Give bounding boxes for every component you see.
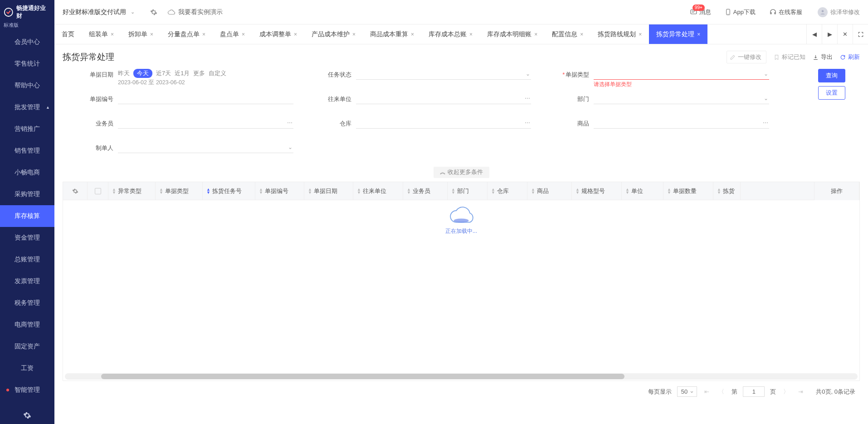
mark-known-button[interactable]: 标记已知 (774, 53, 805, 61)
date-chip[interactable]: 近1月 (175, 69, 190, 77)
tab[interactable]: 拣货路线规划× (590, 24, 649, 44)
column-header[interactable]: ▲▼仓库 (488, 182, 527, 200)
tab-close-icon[interactable]: × (469, 31, 473, 38)
tabs-scroll-right[interactable]: ▶ (822, 24, 837, 44)
tab-close-icon[interactable]: × (242, 31, 245, 38)
sidebar-item[interactable]: 智能管理 (0, 379, 54, 401)
date-chip[interactable]: 今天 (133, 69, 152, 78)
tab[interactable]: 库存成本总账× (421, 24, 480, 44)
settings-button[interactable]: 设置 (818, 86, 845, 100)
sidebar-item[interactable]: 资金管理 (0, 227, 54, 249)
tab[interactable]: 拆卸单× (121, 24, 161, 44)
column-header[interactable]: ▲▼异常类型 (108, 182, 156, 200)
sidebar-item[interactable]: 小畅电商 (0, 162, 54, 183)
column-header[interactable]: ▲▼单据类型 (156, 182, 203, 200)
page-first[interactable]: ⇤ (702, 388, 711, 395)
tab[interactable]: 首页 (54, 24, 82, 44)
refresh-button[interactable]: 刷新 (840, 53, 860, 61)
sidebar-item[interactable]: 销售管理 (0, 140, 54, 162)
warehouse-lookup[interactable]: ⋯ (356, 118, 532, 129)
column-header[interactable]: ▲▼部门 (448, 182, 488, 200)
task-status-select[interactable]: ⌄ (356, 69, 532, 80)
per-page-select[interactable]: 50 (677, 386, 697, 397)
column-header[interactable]: ▲▼业务员 (403, 182, 448, 200)
tabs-fullscreen[interactable] (853, 24, 868, 44)
column-header[interactable]: ▲▼单据数量 (663, 182, 713, 200)
tab-close-icon[interactable]: × (411, 31, 414, 38)
sidebar-item[interactable]: 零售统计 (0, 53, 54, 75)
tab-close-icon[interactable]: × (111, 31, 114, 38)
sidebar-item[interactable]: 经营管理 (0, 401, 54, 407)
tab-close-icon[interactable]: × (202, 31, 205, 38)
creator-select[interactable]: ⌄ (118, 142, 293, 153)
date-chip[interactable]: 昨天 (118, 69, 130, 77)
tabs-scroll-left[interactable]: ◀ (806, 24, 822, 44)
tab-close-icon[interactable]: × (580, 31, 583, 38)
date-chip[interactable]: 更多 (193, 69, 205, 77)
doc-type-select[interactable]: ⌄ (594, 69, 769, 80)
row-settings-col[interactable] (63, 182, 88, 200)
page-last[interactable]: ⇥ (796, 388, 805, 395)
tab[interactable]: 成本调整单× (252, 24, 304, 44)
header-gear-button[interactable] (146, 7, 161, 18)
bulk-edit-button[interactable]: 一键修改 (727, 51, 766, 63)
column-header[interactable]: ▲▼单据日期 (304, 182, 353, 200)
date-chip[interactable]: 近7天 (156, 69, 171, 77)
export-button[interactable]: 导出 (813, 53, 833, 61)
sidebar-item[interactable]: 帮助中心 (0, 75, 54, 96)
tab-close-icon[interactable]: × (534, 31, 537, 38)
page-next[interactable]: 〉 (781, 388, 791, 396)
sidebar-settings-icon[interactable] (23, 411, 31, 419)
collapse-filters-button[interactable]: ︽ 收起更多条件 (434, 167, 489, 178)
tab[interactable]: 库存成本明细账× (480, 24, 545, 44)
sidebar-item[interactable]: 工资 (0, 357, 54, 379)
product-lookup[interactable]: ⋯ (594, 118, 769, 129)
sidebar-item[interactable]: 批发管理 (0, 96, 54, 118)
doc-no-input[interactable] (118, 93, 293, 104)
tab[interactable]: 盘点单× (213, 24, 252, 44)
column-header[interactable]: ▲▼规格型号 (572, 182, 622, 200)
tab-close-icon[interactable]: × (697, 31, 700, 38)
dept-select[interactable]: ⌄ (594, 93, 769, 104)
product-switcher[interactable]: 好业财标准版交付试用 ⌄ (63, 8, 140, 16)
column-header[interactable]: ▲▼单位 (622, 182, 663, 200)
tab[interactable]: 配置信息× (545, 24, 590, 44)
partner-lookup[interactable]: ⋯ (356, 93, 532, 104)
messages-button[interactable]: 99+ 消息 (686, 6, 715, 18)
salesperson-lookup[interactable]: ⋯ (118, 118, 293, 129)
page-input[interactable]: 1 (743, 386, 765, 397)
tabs-close-all[interactable]: ✕ (837, 24, 853, 44)
tab[interactable]: 拣货异常处理× (649, 24, 707, 44)
tab[interactable]: 分量盘点单× (161, 24, 213, 44)
sidebar-item[interactable]: 库存核算 (0, 205, 54, 227)
sidebar-item[interactable]: 固定资产 (0, 336, 54, 357)
sidebar-item[interactable]: 电商管理 (0, 314, 54, 336)
query-button[interactable]: 查询 (818, 69, 845, 82)
date-chip[interactable]: 自定义 (209, 69, 226, 77)
tab-close-icon[interactable]: × (294, 31, 297, 38)
tab[interactable]: 产品成本维护× (304, 24, 363, 44)
sidebar-item[interactable]: 会员中心 (0, 31, 54, 53)
column-header[interactable]: ▲▼拣货 (713, 182, 741, 200)
column-header[interactable]: ▲▼拣货任务号 (203, 182, 255, 200)
sidebar-item[interactable]: 发票管理 (0, 270, 54, 292)
sidebar-item[interactable]: 营销推广 (0, 118, 54, 140)
app-download-button[interactable]: App下载 (721, 6, 759, 18)
column-header[interactable]: ▲▼往来单位 (353, 182, 403, 200)
column-header[interactable]: ▲▼单据编号 (255, 182, 304, 200)
scrollbar-thumb[interactable] (101, 374, 624, 379)
select-all-col[interactable] (88, 182, 108, 200)
tab-close-icon[interactable]: × (352, 31, 356, 38)
page-prev[interactable]: 〈 (717, 388, 726, 396)
user-menu[interactable]: 徐泽华修改 (812, 7, 860, 17)
demo-link[interactable]: 我要看实例演示 (167, 8, 223, 16)
sidebar-item[interactable]: 税务管理 (0, 292, 54, 314)
horizontal-scrollbar[interactable] (65, 373, 858, 380)
support-button[interactable]: 在线客服 (766, 6, 806, 18)
column-header[interactable]: ▲▼商品 (527, 182, 572, 200)
sidebar-item[interactable]: 总账管理 (0, 249, 54, 270)
tab[interactable]: 组装单× (82, 24, 121, 44)
tab-close-icon[interactable]: × (150, 31, 153, 38)
tab-close-icon[interactable]: × (639, 31, 642, 38)
sidebar-item[interactable]: 采购管理 (0, 183, 54, 205)
